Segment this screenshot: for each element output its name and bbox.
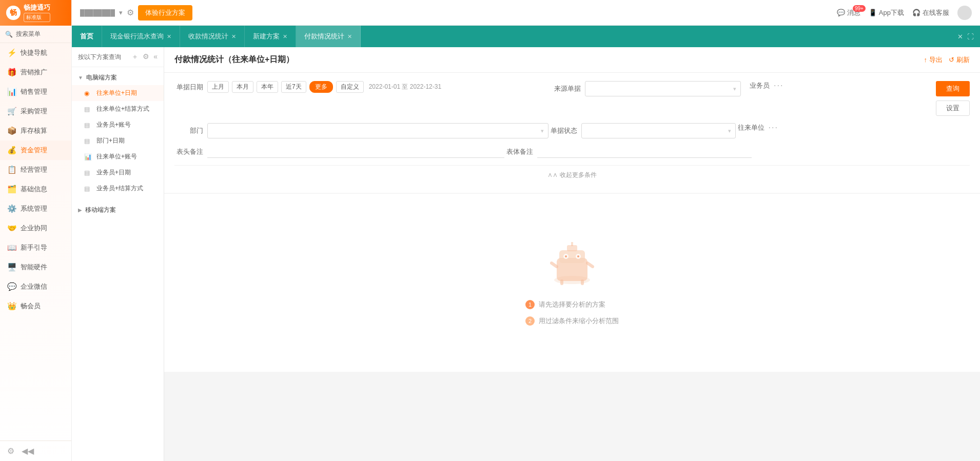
svg-rect-2 [559,250,585,263]
app-download-btn[interactable]: 📱 App下载 [869,8,904,17]
sidebar-item-label: 快捷导航 [21,48,47,57]
tab-new-close[interactable]: ✕ [283,33,287,40]
sidebar-item-finance[interactable]: 💰 资金管理 [0,141,71,160]
svg-rect-8 [571,242,573,246]
date-last-month-btn[interactable]: 上月 [207,81,229,93]
tab-receipts[interactable]: 收款情况统计 ✕ [180,26,245,47]
scheme-item-dept-date[interactable]: ▤ 部门+日期 [72,133,164,149]
user-avatar[interactable] [957,6,972,20]
tab-payments-close[interactable]: ✕ [347,33,352,40]
sidebar-item-label: 采购管理 [21,107,47,116]
tab-new[interactable]: 新建方案 ✕ [245,26,296,47]
source-select[interactable]: ▾ [585,81,741,96]
scheme-panel-header-actions: ＋ ⚙ « [131,52,158,62]
topbar-settings-icon[interactable]: ⚙ [127,8,134,17]
sidebar-item-system[interactable]: ⚙️ 系统管理 [0,199,71,218]
page-title-actions: ↑ 导出 ↺ 刷新 [924,55,970,65]
svg-line-9 [552,263,557,267]
scheme-item-staff-settle[interactable]: ▤ 业务员+结算方式 [72,181,164,196]
counterpart-label: 往来单位 [736,123,765,132]
mobile-arrow-icon: ▶ [78,207,82,213]
header-note-control [207,146,504,158]
filter-row-3: 表头备注 表体备注 [174,146,970,158]
tab-close-all-icon[interactable]: ✕ [957,33,963,41]
main-area: ████████ ▾ ⚙ 体验行业方案 💬 消息 99+ 📱 App下载 🎧 在… [72,0,980,461]
body-note-input[interactable] [537,146,752,158]
tab-expand-icon[interactable]: ⛶ [967,33,974,41]
staff-dots-btn[interactable]: ··· [774,81,783,90]
collapse-bar[interactable]: ∧∧ 收起更多条件 [174,165,970,185]
sidebar-item-hardware[interactable]: 🖥️ 智能硬件 [0,257,71,277]
date-this-year-btn[interactable]: 本年 [257,81,278,93]
service-icon: 🎧 [912,9,920,16]
tab-home[interactable]: 首页 [72,26,102,47]
online-service-btn[interactable]: 🎧 在线客服 [912,8,949,17]
tab-payments[interactable]: 付款情况统计 ✕ [296,26,361,47]
filter-item-counterpart: 往来单位 ··· [736,123,923,132]
refresh-btn[interactable]: ↺ 刷新 [949,55,970,65]
filter-item-dept: 部门 ▾ [174,123,548,138]
scheme-item-staff-account[interactable]: ▤ 业务员+账号 [72,117,164,133]
app-icon: 📱 [869,9,877,16]
sidebar-item-label: 基础信息 [21,185,47,194]
sidebar-item-quicknav[interactable]: ⚡ 快捷导航 [0,43,71,63]
scheme-mobile-title[interactable]: ▶ 移动端方案 [72,203,164,217]
scheme-icon-7: ▤ [84,185,92,192]
export-label: 导出 [929,55,943,65]
scheme-item-label: 往来单位+日期 [96,89,137,97]
sidebar-item-sales[interactable]: 📊 销售管理 [0,82,71,102]
sidebar-item-enterprise[interactable]: 🤝 企业协同 [0,218,71,238]
status-chevron-icon: ▾ [728,128,731,134]
status-select[interactable]: ▾ [581,123,736,138]
filter-item-staff: 业务员 ··· [741,81,930,90]
query-btn[interactable]: 查询 [936,81,970,96]
purchase-icon: 🛒 [7,107,16,116]
scheme-settings-icon[interactable]: ⚙ [143,52,149,62]
scheme-item-unit-account[interactable]: 📊 往来单位+账号 [72,149,164,165]
sidebar-item-inventory[interactable]: 📦 库存核算 [0,121,71,141]
filter-row-1: 单据日期 上月 本月 本年 近7天 更多 自定义 2022-01-01 至 20… [174,81,970,116]
scheme-item-unit-settle[interactable]: ▤ 往来单位+结算方式 [72,101,164,117]
tab-receipts-close[interactable]: ✕ [231,33,236,40]
sidebar-item-guide[interactable]: 📖 新手引导 [0,238,71,257]
tab-cashflow[interactable]: 现金银行流水查询 ✕ [102,26,180,47]
sidebar-item-label: 企业微信 [21,282,47,291]
sidebar-item-operations[interactable]: 📋 经营管理 [0,160,71,179]
footer-collapse-icon[interactable]: ◀◀ [22,446,34,456]
sidebar-item-marketing[interactable]: 🎁 营销推广 [0,63,71,82]
header-note-input[interactable] [207,146,504,158]
scheme-item-staff-date[interactable]: ▤ 业务员+日期 [72,165,164,181]
counterpart-dots-btn[interactable]: ··· [769,123,778,132]
sidebar-item-member[interactable]: 👑 畅会员 [0,296,71,316]
scheme-item-unit-date[interactable]: ◉ 往来单位+日期 [72,85,164,101]
scheme-item-label: 业务员+结算方式 [96,184,143,193]
member-icon: 👑 [7,302,16,311]
scheme-add-icon[interactable]: ＋ [131,52,139,62]
footer-settings-icon[interactable]: ⚙ [7,446,14,456]
trial-industry-btn[interactable]: 体验行业方案 [138,5,192,21]
desktop-arrow-icon: ▼ [78,75,83,81]
settings-btn[interactable]: 设置 [936,101,970,116]
date-7days-btn[interactable]: 近7天 [281,81,306,93]
filter-item-status: 单据状态 ▾ [548,123,736,138]
topbar: ████████ ▾ ⚙ 体验行业方案 💬 消息 99+ 📱 App下载 🎧 在… [72,0,980,26]
tab-payments-label: 付款情况统计 [304,32,344,41]
dept-control: ▾ [207,123,548,138]
sidebar-item-purchase[interactable]: 🛒 采购管理 [0,102,71,121]
export-btn[interactable]: ↑ 导出 [924,55,943,65]
filter-item-date: 单据日期 上月 本月 本年 近7天 更多 自定义 2022-01-01 至 20… [174,81,552,93]
topbar-dropdown-icon[interactable]: ▾ [119,9,123,16]
dept-select[interactable]: ▾ [207,123,548,138]
notice-btn[interactable]: 💬 消息 99+ [837,8,860,17]
date-more-btn[interactable]: 更多 [309,81,333,93]
logo-icon: 畅 [6,6,21,20]
date-custom-btn[interactable]: 自定义 [336,81,364,93]
scheme-collapse-icon[interactable]: « [153,52,158,62]
sidebar-search[interactable]: 🔍 搜索菜单 [0,26,71,43]
tab-cashflow-close[interactable]: ✕ [167,33,171,40]
sidebar-item-basic[interactable]: 🗂️ 基础信息 [0,179,71,199]
sidebar-item-wechat[interactable]: 💬 企业微信 [0,277,71,296]
scheme-desktop-title[interactable]: ▼ 电脑端方案 [72,70,164,85]
status-control: ▾ [581,123,736,138]
date-this-month-btn[interactable]: 本月 [232,81,253,93]
